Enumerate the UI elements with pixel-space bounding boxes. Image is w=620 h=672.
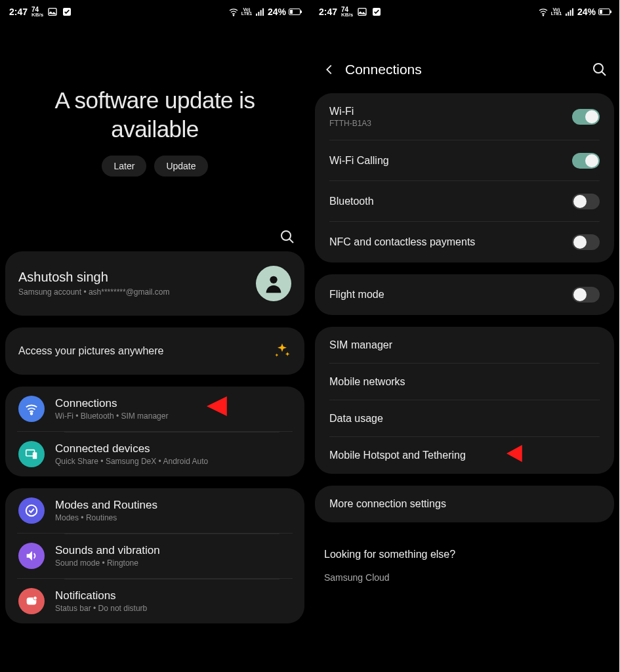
volte-icon: Vo)LTE1 (241, 7, 252, 17)
row-title: Sounds and vibration (55, 544, 160, 557)
right-screenshot: 2:47 74 KB/s Vo)LTE1 24% (310, 0, 619, 672)
connections-group-4: More connection settings (315, 486, 614, 522)
row-title: Connections (55, 397, 168, 410)
signal-icon (564, 7, 575, 17)
row-title: Mobile Hotspot and Tethering (329, 450, 466, 461)
sparkle-icon (273, 342, 291, 360)
settings-group-1: Connections Wi-Fi • Bluetooth • SIM mana… (5, 387, 304, 476)
svg-rect-5 (260, 10, 262, 16)
svg-rect-20 (568, 12, 569, 16)
svg-point-18 (543, 15, 543, 16)
row-title: Notifications (55, 589, 147, 602)
checkmark-icon (371, 7, 382, 17)
row-title: Connected devices (55, 442, 208, 455)
battery-icon (289, 9, 300, 15)
status-bar: 2:47 74 KB/s Vo)LTE1 24% (0, 0, 310, 24)
row-title: Modes and Routines (55, 499, 157, 512)
wifi-calling-toggle[interactable] (572, 153, 600, 169)
image-icon (357, 7, 367, 17)
row-title: Wi-Fi Calling (329, 155, 389, 167)
svg-point-23 (594, 64, 603, 73)
checkmark-icon (62, 7, 72, 17)
avatar (256, 266, 291, 301)
connections-group-2: Flight mode (315, 274, 614, 315)
account-card[interactable]: Ashutosh singh Samsung account • ash****… (5, 251, 304, 316)
devices-icon (18, 441, 45, 467)
hero-title: A software update is available (13, 86, 297, 144)
svg-point-7 (281, 231, 291, 240)
settings-group-2: Modes and Routines Modes • Routines Soun… (5, 488, 304, 623)
mobile-networks-row[interactable]: Mobile networks (315, 364, 614, 400)
later-button[interactable]: Later (102, 156, 146, 177)
search-icon[interactable] (592, 62, 608, 77)
wifi-calling-row[interactable]: Wi-Fi Calling (315, 140, 614, 181)
volte-icon: Vo)LTE1 (551, 7, 562, 17)
connections-group-3: SIM manager Mobile networks Data usage M… (315, 327, 614, 474)
settings-item-modes[interactable]: Modes and Routines Modes • Routines (5, 488, 304, 533)
sound-icon (18, 543, 45, 569)
battery-percent: 24% (268, 7, 286, 17)
pictures-card[interactable]: Access your pictures anywhere (5, 327, 304, 375)
nav-bar: Connections (310, 24, 619, 93)
row-subtitle: Wi-Fi • Bluetooth • SIM manager (55, 411, 168, 421)
sim-manager-row[interactable]: SIM manager (315, 327, 614, 364)
account-name: Ashutosh singh (18, 270, 170, 285)
check-circle-icon (18, 497, 45, 524)
svg-rect-19 (566, 14, 567, 16)
row-title: Data usage (329, 413, 383, 425)
flight-mode-row[interactable]: Flight mode (315, 274, 614, 315)
pictures-label: Access your pictures anywhere (18, 345, 163, 357)
svg-rect-4 (258, 12, 259, 16)
wifi-icon (538, 7, 548, 17)
row-title: More connection settings (329, 498, 446, 510)
svg-point-13 (26, 505, 37, 516)
update-hero: A software update is available Later Upd… (0, 24, 310, 190)
svg-rect-3 (256, 14, 257, 16)
svg-point-9 (270, 276, 277, 283)
back-button[interactable] (318, 58, 341, 81)
settings-item-connections[interactable]: Connections Wi-Fi • Bluetooth • SIM mana… (5, 387, 304, 431)
row-subtitle: Status bar • Do not disturb (55, 604, 147, 613)
data-usage-row[interactable]: Data usage (315, 400, 614, 437)
wifi-row[interactable]: Wi-Fi FTTH-B1A3 (315, 93, 614, 140)
bluetooth-toggle[interactable] (572, 194, 600, 209)
more-connection-settings-row[interactable]: More connection settings (315, 486, 614, 522)
row-title: Bluetooth (329, 196, 374, 207)
net-speed: 74 KB/s (31, 7, 43, 17)
svg-rect-22 (572, 9, 573, 16)
nfc-row[interactable]: NFC and contactless payments (315, 222, 614, 262)
page-title: Connections (345, 62, 592, 77)
settings-item-connected-devices[interactable]: Connected devices Quick Share • Samsung … (17, 431, 293, 476)
wifi-icon (18, 396, 45, 422)
svg-line-24 (602, 72, 606, 75)
net-speed: 74 KB/s (341, 7, 353, 17)
update-button[interactable]: Update (154, 156, 207, 177)
clock: 2:47 (319, 7, 337, 17)
looking-section: Looking for something else? Samsung Clou… (310, 534, 619, 585)
settings-item-sounds[interactable]: Sounds and vibration Sound mode • Ringto… (17, 533, 293, 578)
wifi-toggle[interactable] (572, 109, 600, 125)
signal-icon (255, 7, 265, 17)
looking-question: Looking for something else? (324, 549, 605, 560)
svg-line-8 (289, 239, 293, 243)
bluetooth-row[interactable]: Bluetooth (315, 181, 614, 222)
settings-item-notifications[interactable]: Notifications Status bar • Do not distur… (17, 578, 293, 623)
row-title: Flight mode (329, 289, 384, 301)
row-subtitle: Modes • Routines (55, 513, 157, 522)
svg-rect-6 (262, 9, 264, 16)
mobile-hotspot-row[interactable]: Mobile Hotspot and Tethering (315, 437, 614, 474)
wifi-icon (228, 7, 239, 17)
row-subtitle: FTTH-B1A3 (329, 119, 371, 128)
svg-point-15 (33, 596, 37, 600)
notification-icon (18, 588, 45, 614)
clock: 2:47 (9, 7, 28, 17)
svg-point-2 (233, 15, 234, 16)
samsung-cloud-link[interactable]: Samsung Cloud (324, 572, 605, 583)
svg-rect-12 (33, 452, 37, 459)
svg-rect-21 (570, 10, 571, 16)
nfc-toggle[interactable] (572, 234, 600, 250)
row-title: Wi-Fi (329, 106, 371, 117)
search-icon[interactable] (279, 229, 295, 245)
flight-mode-toggle[interactable] (572, 287, 600, 303)
image-icon (47, 7, 58, 17)
